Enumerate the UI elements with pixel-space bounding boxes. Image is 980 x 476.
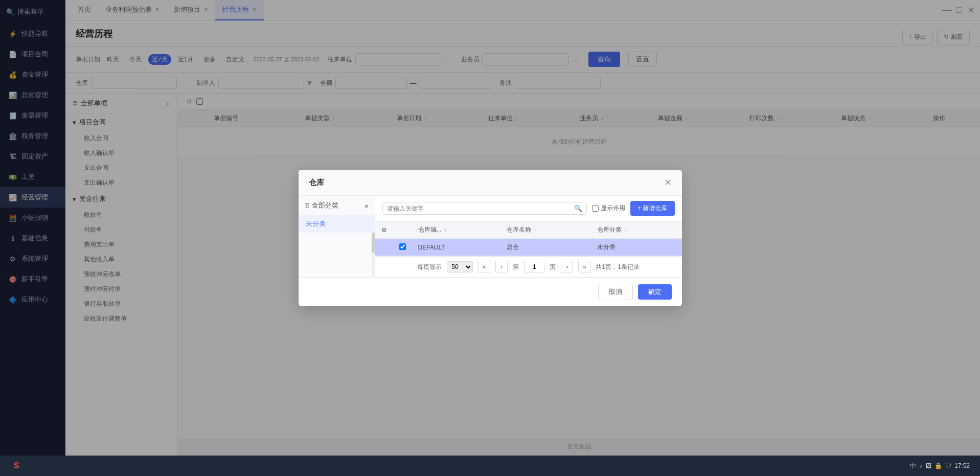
dialog-search-input[interactable] — [387, 205, 572, 212]
dialog-search-box[interactable]: 🔍 — [382, 202, 587, 215]
dialog-title: 仓库 — [309, 178, 324, 188]
row-name-cell: 总仓 — [500, 239, 591, 256]
taskbar: S 中 ♪ 🖼 🔒 🛡 17:52 — [0, 456, 980, 476]
dialog-total-label: 共1页，1条记录 — [596, 263, 639, 271]
search-icon-dialog: 🔍 — [574, 205, 582, 212]
dialog-body: ⠿ 全部分类 « 未分类 — [299, 196, 682, 277]
dialog-collapse-btn[interactable]: « — [364, 202, 368, 210]
show-disabled-label: 显示停用 — [601, 204, 625, 213]
category-sort-icon: ↕ — [624, 227, 627, 233]
name-sort-icon: ↕ — [534, 227, 536, 233]
taskbar-time: 17:52 — [954, 462, 970, 469]
warehouse-table: ⚙ 仓库编... ↕ 仓库名称 ↕ — [375, 221, 682, 256]
dialog-page-label: 页 — [550, 263, 556, 271]
dialog-col-settings: ⚙ — [375, 221, 393, 239]
dialog-last-btn[interactable]: » — [578, 261, 590, 273]
dialog-col-checkbox — [393, 221, 412, 239]
dialog-actions: 取消 确定 — [299, 277, 682, 306]
dialog-header: 仓库 ✕ — [299, 170, 682, 196]
all-categories-label: 全部分类 — [312, 201, 338, 210]
row-checkbox-cell[interactable] — [393, 239, 412, 256]
taskbar-start[interactable]: S — [4, 457, 29, 474]
dialog-right-panel: 🔍 显示停用 + 新增仓库 ⚙ — [375, 196, 682, 277]
dialog-prev-btn[interactable]: ‹ — [495, 261, 508, 273]
dialog-page-input[interactable] — [524, 261, 544, 273]
dialog-toolbar: 🔍 显示停用 + 新增仓库 — [375, 196, 682, 221]
add-warehouse-button[interactable]: + 新增仓库 — [630, 201, 674, 216]
dialog-overlay: 仓库 ✕ ⠿ 全部分类 « 未分类 — [0, 0, 980, 476]
cancel-button[interactable]: 取消 — [598, 284, 633, 300]
dialog-pagination: 每页显示 50 100 « ‹ 第 页 › » 共1页，1条记录 — [375, 256, 682, 277]
tray-chinese[interactable]: 中 — [910, 462, 916, 470]
show-disabled-checkbox[interactable] — [592, 205, 599, 212]
dialog-next-btn[interactable]: › — [561, 261, 573, 273]
uncategorized-label: 未分类 — [306, 220, 326, 228]
dialog-close-btn[interactable]: ✕ — [664, 177, 672, 188]
dialog-page-size-select[interactable]: 50 100 — [447, 261, 473, 273]
row-checkbox[interactable] — [399, 243, 406, 250]
row-code-cell: DEFAULT — [412, 239, 500, 256]
tray-lock[interactable]: 🔒 — [935, 462, 942, 469]
table-row[interactable]: DEFAULT 总仓 未分类 — [375, 239, 682, 256]
dialog-col-code[interactable]: 仓库编... ↕ — [412, 221, 500, 239]
dialog-category-uncategorized[interactable]: 未分类 — [299, 215, 375, 233]
tray-sound[interactable]: ♪ — [919, 462, 922, 469]
warehouse-dialog: 仓库 ✕ ⠿ 全部分类 « 未分类 — [299, 170, 682, 306]
tray-screen[interactable]: 🖼 — [925, 462, 931, 469]
show-disabled-checkbox-label[interactable]: 显示停用 — [592, 204, 625, 213]
dialog-col-name[interactable]: 仓库名称 ↕ — [500, 221, 591, 239]
dialog-per-page-label: 每页显示 — [417, 263, 442, 271]
dialog-page-text: 第 — [513, 263, 519, 271]
row-settings-cell — [375, 239, 393, 256]
dialog-col-category[interactable]: 仓库分类 ↕ — [591, 221, 681, 239]
system-tray: 中 ♪ 🖼 🔒 🛡 17:52 — [910, 462, 976, 470]
dialog-left-panel: ⠿ 全部分类 « 未分类 — [299, 196, 375, 277]
code-sort-icon: ↕ — [444, 227, 447, 233]
dialog-table-area: ⚙ 仓库编... ↕ 仓库名称 ↕ — [375, 221, 682, 256]
tray-shield[interactable]: 🛡 — [945, 462, 951, 469]
dialog-left-header[interactable]: ⠿ 全部分类 « — [299, 196, 375, 215]
grid-icon-dialog: ⠿ — [305, 202, 310, 210]
dialog-first-btn[interactable]: « — [478, 261, 490, 273]
row-category-cell: 未分类 — [591, 239, 681, 256]
confirm-button[interactable]: 确定 — [638, 284, 672, 300]
